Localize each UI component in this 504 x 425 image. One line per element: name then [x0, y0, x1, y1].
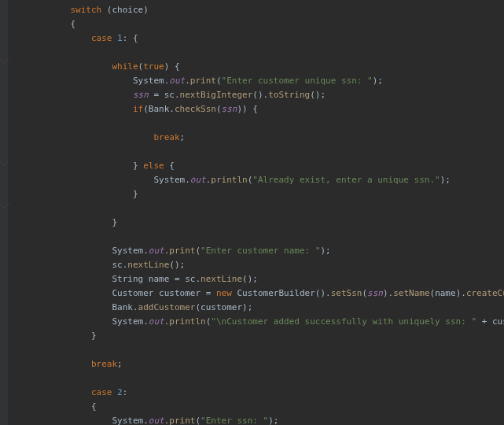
- fn-nextbiginteger: nextBigInteger: [180, 90, 253, 100]
- punct: .: [185, 76, 190, 86]
- id-name: name: [435, 288, 456, 298]
- field-ssn: ssn: [222, 104, 237, 114]
- fn-nextline: nextLine: [200, 274, 242, 284]
- id-customer: customer: [200, 302, 242, 312]
- id-name: name: [149, 274, 170, 284]
- field-out: out: [149, 316, 164, 327]
- fn-tostring: toString: [268, 90, 310, 100]
- punct: .: [133, 302, 138, 312]
- cls-customerbuilder: CustomerBuilder: [237, 288, 315, 298]
- punct: ): [164, 61, 170, 72]
- op-eq: =: [169, 274, 185, 284]
- punct: .: [461, 288, 466, 298]
- id-customer: customer: [159, 288, 200, 298]
- punct: .: [175, 90, 180, 100]
- fn-println: println: [211, 175, 247, 185]
- punct: }: [133, 161, 138, 171]
- fn-addcustomer: addCustomer: [138, 302, 196, 312]
- fn-setname: setName: [393, 288, 429, 298]
- field-out: out: [169, 76, 185, 86]
- fn-print: print: [169, 246, 195, 256]
- punct: .: [143, 246, 149, 256]
- cls-system: System: [112, 416, 143, 425]
- punct: ;: [377, 76, 383, 86]
- cls-system: System: [133, 76, 164, 86]
- field-ssn: ssn: [367, 288, 383, 298]
- fn-createcustomer: createCustomer: [466, 288, 504, 298]
- kw-true: true: [143, 61, 164, 72]
- kw-if: if: [133, 104, 143, 114]
- id-choice: choice: [112, 5, 143, 15]
- field-ssn: ssn: [133, 90, 149, 100]
- punct: {: [70, 19, 75, 29]
- punct: ;: [180, 132, 186, 142]
- kw-while: while: [112, 61, 138, 72]
- id-sc: sc: [185, 274, 195, 284]
- id-customer: customer: [492, 316, 504, 327]
- punct: ;: [117, 359, 123, 369]
- punct: (: [143, 104, 149, 114]
- punct: .: [326, 288, 331, 298]
- punct: ;: [180, 260, 186, 270]
- fn-setssn: setSsn: [331, 288, 362, 298]
- cls-string: String: [112, 274, 143, 284]
- kw-case: case: [91, 387, 112, 397]
- punct: {: [133, 33, 138, 43]
- kw-switch: switch: [70, 5, 101, 15]
- punct: .: [143, 316, 149, 327]
- punct: ;: [320, 90, 326, 100]
- cls-system: System: [112, 316, 143, 327]
- str-added-ok: "\nCustomer added successfully with uniq…: [211, 316, 476, 327]
- punct: {: [169, 161, 175, 171]
- num-2: 2: [117, 387, 123, 397]
- str-enter-name: "Enter customer name: ": [200, 246, 320, 256]
- punct: ;: [326, 246, 331, 256]
- str-enter-ssn: "Enter customer unique ssn: ": [222, 76, 373, 86]
- cls-bank: Bank: [112, 302, 133, 312]
- kw-case: case: [91, 33, 112, 43]
- punct: ): [143, 5, 149, 15]
- field-out: out: [190, 175, 206, 185]
- punct: :: [123, 33, 128, 43]
- cls-customer: Customer: [112, 288, 153, 298]
- fn-print: print: [169, 416, 195, 425]
- id-sc: sc: [112, 260, 122, 270]
- punct: ): [242, 104, 248, 114]
- punct: (: [216, 76, 222, 86]
- num-1: 1: [117, 33, 123, 43]
- cls-bank: Bank: [149, 104, 170, 114]
- punct: }: [91, 331, 97, 341]
- punct: ;: [274, 416, 279, 425]
- op-eq: =: [200, 288, 216, 298]
- field-out: out: [149, 246, 164, 256]
- punct: ;: [248, 302, 253, 312]
- punct: (: [216, 104, 222, 114]
- punct: .: [169, 104, 175, 114]
- str-already-exist: "Already exist, enter a unique ssn.": [252, 175, 440, 185]
- field-out: out: [149, 416, 164, 425]
- punct: {: [91, 401, 97, 412]
- punct: ;: [445, 175, 451, 185]
- op-eq: =: [149, 90, 164, 100]
- editor-gutter[interactable]: [0, 0, 8, 425]
- code-editor[interactable]: switch (choice) { case 1: { while(true) …: [8, 0, 504, 425]
- fn-print: print: [190, 76, 216, 86]
- fn-checkssn: checkSsn: [175, 104, 216, 114]
- id-sc: sc: [164, 90, 175, 100]
- kw-break: break: [153, 132, 179, 142]
- punct: ;: [252, 274, 258, 284]
- punct: ): [268, 416, 274, 425]
- punct: .: [143, 416, 149, 425]
- punct: }: [133, 189, 138, 199]
- fn-println: println: [169, 316, 205, 327]
- punct: }: [112, 217, 117, 227]
- cls-system: System: [153, 175, 185, 185]
- cls-system: System: [112, 246, 143, 256]
- punct: {: [252, 104, 258, 114]
- kw-new: new: [216, 288, 232, 298]
- punct: .: [185, 175, 190, 185]
- str-enter-ssn2: "Enter ssn: ": [200, 416, 268, 425]
- kw-else: else: [143, 161, 164, 171]
- punct: :: [123, 387, 128, 397]
- fn-nextline: nextLine: [127, 260, 169, 270]
